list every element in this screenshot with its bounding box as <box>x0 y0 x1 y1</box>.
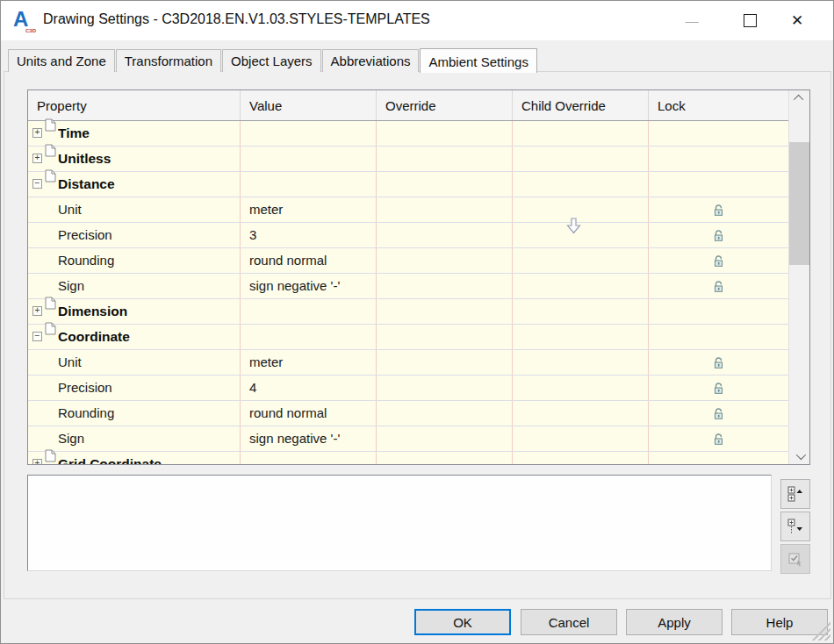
value-cell[interactable]: sign negative '-' <box>241 274 377 298</box>
property-label: Precision <box>58 223 240 247</box>
property-label: Rounding <box>58 248 240 273</box>
expand-expander-icon[interactable]: + <box>32 128 42 138</box>
ok-button[interactable]: OK <box>414 609 511 635</box>
expand-all-categories-button[interactable] <box>780 512 810 541</box>
override-cell[interactable] <box>377 223 513 247</box>
expand-expander-icon[interactable]: + <box>32 154 42 163</box>
child-override-cell <box>513 452 649 465</box>
lock-cell[interactable] <box>649 223 788 247</box>
column-header-value[interactable]: Value <box>241 90 377 120</box>
table-row-item[interactable]: Signsign negative '-' <box>28 274 788 299</box>
property-cell[interactable]: + Time <box>28 121 241 146</box>
property-cell[interactable]: Rounding <box>28 401 241 426</box>
property-cell[interactable]: Sign <box>28 426 241 451</box>
lock-cell[interactable] <box>649 248 788 273</box>
tab-abbreviations[interactable]: Abbreviations <box>322 49 420 72</box>
table-row-item[interactable]: Unitmeter <box>28 350 788 376</box>
value-cell[interactable]: meter <box>241 197 377 222</box>
expand-expander-icon[interactable]: + <box>32 306 42 316</box>
cancel-button[interactable]: Cancel <box>521 609 617 635</box>
property-cell[interactable]: + Unitless <box>28 147 241 171</box>
table-row-category[interactable]: + Grid Coordinate <box>28 452 788 465</box>
category-page-icon <box>45 297 56 310</box>
table-row-item[interactable]: Roundinground normal <box>28 248 788 274</box>
property-cell[interactable]: Rounding <box>28 248 241 273</box>
column-header-lock[interactable]: Lock <box>649 90 788 120</box>
table-row-category[interactable]: − Coordinate <box>28 325 788 350</box>
override-cell[interactable] <box>377 197 513 222</box>
value-cell[interactable]: 3 <box>241 223 377 247</box>
help-button[interactable]: Help <box>731 609 828 635</box>
property-cell[interactable]: Precision <box>28 223 241 247</box>
property-cell[interactable]: − Coordinate <box>28 325 241 349</box>
lock-open-icon[interactable] <box>713 433 724 446</box>
vertical-scrollbar[interactable] <box>788 90 809 464</box>
tab-transformation[interactable]: Transformation <box>116 49 221 72</box>
lock-open-icon[interactable] <box>713 204 724 217</box>
override-cell[interactable] <box>377 248 513 273</box>
expand-expander-icon[interactable]: + <box>32 459 42 465</box>
tab-units-and-zone[interactable]: Units and Zone <box>8 49 115 72</box>
lock-open-icon[interactable] <box>713 280 724 293</box>
override-cell[interactable] <box>377 274 513 298</box>
table-row-item[interactable]: Roundinground normal <box>28 401 788 426</box>
lock-cell <box>649 172 788 197</box>
property-cell[interactable]: Unit <box>28 197 241 222</box>
property-cell[interactable]: − Distance <box>28 172 241 197</box>
collapse-expander-icon[interactable]: − <box>32 332 42 341</box>
property-label: Dimension <box>58 299 240 324</box>
property-cell[interactable]: Unit <box>28 350 241 375</box>
child-override-cell <box>513 426 649 451</box>
table-row-category[interactable]: + Unitless <box>28 147 788 172</box>
override-cell[interactable] <box>377 376 513 400</box>
value-cell[interactable]: sign negative '-' <box>241 426 377 451</box>
maximize-button[interactable] <box>730 1 770 40</box>
minimize-icon: — <box>686 13 699 28</box>
lock-open-icon[interactable] <box>713 254 724 268</box>
apply-button[interactable]: Apply <box>626 609 723 635</box>
scrollbar-thumb[interactable] <box>789 142 809 265</box>
value-cell[interactable]: meter <box>241 350 377 375</box>
table-row-item[interactable]: Precision4 <box>28 376 788 401</box>
column-header-override[interactable]: Override <box>377 90 513 120</box>
tab-object-layers[interactable]: Object Layers <box>222 49 321 72</box>
child-override-cell <box>513 147 649 171</box>
table-row-item[interactable]: Unitmeter <box>28 197 788 223</box>
property-cell[interactable]: + Dimension <box>28 299 241 324</box>
child-override-cell <box>513 121 649 146</box>
override-cell[interactable] <box>377 426 513 451</box>
table-row-category[interactable]: + Time <box>28 121 788 147</box>
property-cell[interactable]: Precision <box>28 376 241 400</box>
collapse-all-icon <box>787 485 804 503</box>
column-header-property[interactable]: Property <box>28 90 241 120</box>
lock-cell[interactable] <box>649 426 788 451</box>
property-cell[interactable]: + Grid Coordinate <box>28 452 241 465</box>
scrollbar-up-arrow[interactable] <box>789 90 809 106</box>
lock-cell[interactable] <box>649 401 788 426</box>
collapse-all-categories-button[interactable] <box>780 479 810 509</box>
value-cell[interactable]: round normal <box>241 248 377 273</box>
lock-cell[interactable] <box>649 376 788 400</box>
lock-open-icon[interactable] <box>713 407 724 420</box>
lock-cell[interactable] <box>649 274 788 298</box>
column-header-child-override[interactable]: Child Override <box>513 90 649 120</box>
lock-open-icon[interactable] <box>713 229 724 242</box>
collapse-expander-icon[interactable]: − <box>32 179 42 189</box>
lock-open-icon[interactable] <box>713 356 724 369</box>
value-cell[interactable]: round normal <box>241 401 377 426</box>
lock-open-icon[interactable] <box>713 382 724 395</box>
value-cell[interactable]: 4 <box>241 376 377 400</box>
lock-cell[interactable] <box>649 197 788 222</box>
close-button[interactable]: ✕ <box>777 1 817 40</box>
override-cell[interactable] <box>377 401 513 426</box>
lock-cell[interactable] <box>649 350 788 375</box>
property-cell[interactable]: Sign <box>28 274 241 298</box>
override-cell[interactable] <box>377 350 513 375</box>
table-row-category[interactable]: + Dimension <box>28 299 788 325</box>
minimize-button[interactable]: — <box>672 1 712 40</box>
table-row-item[interactable]: Precision3 <box>28 223 788 248</box>
scrollbar-down-arrow[interactable] <box>789 448 809 464</box>
table-row-item[interactable]: Signsign negative '-' <box>28 426 788 452</box>
table-row-category[interactable]: − Distance <box>28 172 788 197</box>
tab-ambient-settings[interactable]: Ambient Settings <box>420 48 536 73</box>
